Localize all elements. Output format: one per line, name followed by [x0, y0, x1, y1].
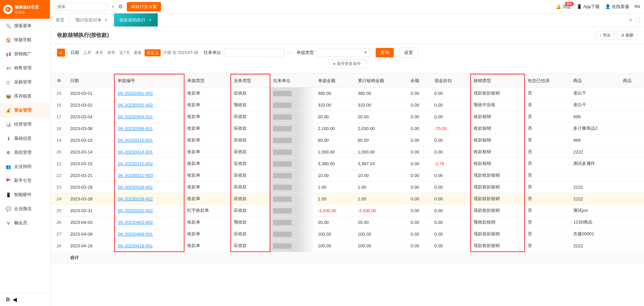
col-header-biz-type[interactable]: 业务类型 [231, 74, 270, 87]
cell-date: 2023-03-21 [67, 170, 114, 181]
close-tab-icon[interactable]: ✕ [629, 17, 633, 23]
sidebar-item-basic[interactable]: ℹ 基础信息 [0, 131, 50, 145]
cell-balance: 0.00 [408, 134, 431, 146]
cell-writeoff-type: 预收中应收 [471, 99, 525, 111]
collapse-icon[interactable]: ◀ [13, 296, 17, 303]
cell-amount: 1.00 [315, 181, 355, 193]
filter-expand-button[interactable]: » [57, 49, 65, 57]
sidebar-item-hardware[interactable]: 📱 智能硬件 [0, 188, 50, 202]
sidebar-item-guide[interactable]: 🚩 新手引导 [0, 174, 50, 188]
sidebar-item-quicknav[interactable]: 🏠 快捷导航 [0, 33, 50, 47]
sidebar-item-finance[interactable]: 💰 资金管理 [0, 103, 50, 117]
cell-goods2 [620, 181, 644, 193]
last-7days-button[interactable]: 近7天 [118, 49, 131, 56]
cell-written-off: 2,030.00 [355, 123, 408, 134]
cell-goods2 [620, 240, 644, 252]
tab-pending-close[interactable]: ✕ [104, 18, 108, 22]
settings-icon[interactable]: ⚙ [5, 296, 10, 303]
cell-balance: 0.00 [408, 217, 431, 228]
cell-partner: ██████ [270, 111, 315, 123]
sidebar-item-marketing[interactable]: 📢 营销推广 [0, 47, 50, 61]
bill-no-link[interactable]: SK-20230302-002 [117, 103, 153, 108]
bill-no-link[interactable]: SK-20230418-001 [117, 243, 153, 248]
tab-pending-label: 预计应应付单 [75, 17, 102, 23]
sidebar-item-wechat[interactable]: 💬 企业微信 [0, 202, 50, 216]
cell-bill-no: SK-20230314-001 [114, 146, 184, 158]
bill-no-link[interactable]: SK-20230308-001 [117, 126, 153, 131]
sidebar-item-operations[interactable]: 📊 经营管理 [0, 117, 50, 131]
col-header-balance[interactable]: 余额 [408, 74, 431, 87]
col-header-writeoff-type[interactable]: 核销类型 [471, 74, 525, 87]
col-header-included[interactable]: 包含已结清 [525, 74, 571, 87]
tabs-right: ✕ ⛶ [625, 13, 644, 26]
cell-bill-no: SK-20230310-001 [114, 134, 184, 146]
this-year-button[interactable]: 本年 [106, 49, 117, 56]
tab-home[interactable]: 首页 [50, 13, 70, 26]
bill-no-link[interactable]: SK-20230315-002 [117, 161, 153, 166]
cell-bill-type: 红字收款单 [184, 205, 231, 217]
online-service-button[interactable]: 👤 在线客服 [605, 4, 629, 10]
bill-no-link[interactable]: SK-20230321-003 [117, 173, 153, 178]
app-download-button[interactable]: 📱 App下载 [577, 4, 600, 10]
cell-seq: 20 [50, 146, 67, 158]
bill-no-link[interactable]: SK-20230301-002 [117, 91, 153, 96]
cell-written-off: 333.00 [355, 99, 408, 111]
notice-button[interactable]: 🔔 消息 99+ [556, 4, 571, 10]
col-header-written-off[interactable]: 累计核销金额 [355, 74, 408, 87]
page-header-actions: ↑ 导出 ↺ 刷新 [596, 31, 637, 40]
col-header-gear[interactable]: ⚙ [50, 74, 67, 87]
industry-solution-button[interactable]: 体验行业方案 [127, 2, 161, 11]
tab-collection-label: 收款核销执行 [119, 17, 146, 23]
this-month-button[interactable]: 本月 [94, 49, 105, 56]
tab-collection[interactable]: 收款核销执行 ✕ [114, 13, 158, 26]
bill-no-link[interactable]: SK-20230328-002 [117, 196, 153, 201]
last-month-button[interactable]: 上月 [82, 49, 93, 56]
sidebar-item-purchase[interactable]: 🛒 采购管理 [0, 75, 50, 89]
more-date-button[interactable]: 更多 [132, 49, 143, 56]
col-header-bill-type[interactable]: 单据类型 [184, 74, 231, 87]
sidebar-item-system[interactable]: ⚙ 系统管理 [0, 145, 50, 160]
cell-included: 否 [525, 228, 571, 240]
col-header-goods[interactable]: 商品 [571, 74, 620, 87]
sidebar-item-sales[interactable]: 🏷 销售管理 [0, 61, 50, 75]
bill-no-link[interactable]: SK-20230314-001 [117, 149, 153, 155]
query-button[interactable]: 查询 [376, 48, 394, 57]
svg-text:6: 6 [7, 8, 9, 11]
cell-balance: 0.00 [408, 158, 431, 170]
bill-no-link[interactable]: SK-20230310-001 [117, 138, 153, 143]
sidebar-item-member[interactable]: V 畅会员 [0, 216, 50, 230]
col-header-date[interactable]: 日期 [67, 74, 114, 87]
bill-no-link[interactable]: SK-20230304-001 [117, 114, 153, 119]
sidebar-item-search[interactable]: 🔍 搜索菜单 [0, 19, 50, 33]
col-header-discount[interactable]: 现金折扣 [432, 74, 471, 87]
maximize-icon[interactable]: ⛶ [635, 17, 640, 23]
filter-settings-button[interactable]: 设置 [399, 48, 418, 58]
bill-no-link[interactable]: SK-20230408-001 [117, 232, 153, 237]
partner-filter-input[interactable] [224, 49, 284, 57]
custom-date-button[interactable]: 自定义 [145, 49, 161, 56]
vip-icon: V [5, 220, 11, 226]
search-input[interactable] [54, 3, 108, 10]
sidebar-item-stock[interactable]: 📦 库存核算 [0, 89, 50, 103]
tag-icon: 🏷 [5, 65, 11, 71]
cell-writeoff-type: 收款核销 [471, 146, 525, 158]
bill-no-link[interactable]: SK-20230331-002 [117, 208, 153, 213]
bill-type-select[interactable] [317, 49, 370, 57]
tab-collection-close[interactable]: ✕ [148, 18, 152, 22]
expand-more-button[interactable]: ▾ 展开更多条件 [328, 60, 367, 68]
export-button[interactable]: ↑ 导出 [596, 31, 614, 40]
sidebar-item-corp[interactable]: 👥 企业协同 [0, 160, 50, 174]
bill-no-link[interactable]: SK-20230403-002 [117, 220, 153, 225]
bill-no-link[interactable]: SK-20230328-001 [117, 185, 153, 190]
col-header-bill-no[interactable]: 单据编号 [114, 74, 184, 87]
refresh-button[interactable]: ↺ 刷新 [617, 31, 637, 40]
sidebar-item-label: 营销推广 [14, 51, 32, 57]
filter-row: » 日期 上月 本月 本年 近7天 更多 自定义 不限 至 2023-07-26 [57, 48, 637, 58]
col-header-goods2[interactable]: 商品 [620, 74, 644, 87]
col-header-amount[interactable]: 单据金额 [315, 74, 355, 87]
cell-written-off: 100.00 [355, 228, 408, 240]
col-header-partner[interactable]: 往来单位 [270, 74, 315, 87]
gear-settings-icon[interactable]: ⚙ [118, 3, 123, 10]
table-row: 25 2023-03-31 SK-20230331-002 红字收款单 应收款 … [50, 205, 644, 217]
tab-pending[interactable]: 预计应应付单 ✕ [70, 13, 114, 26]
